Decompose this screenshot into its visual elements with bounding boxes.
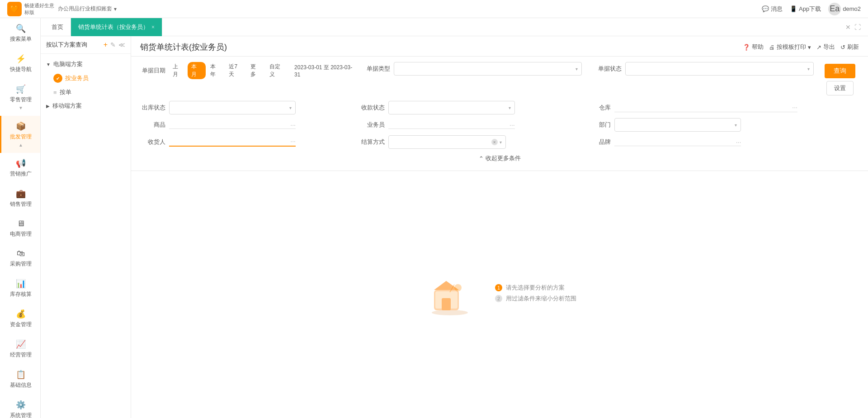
svg-point-0 xyxy=(432,310,468,315)
scheme-by-order[interactable]: ≡ 按单 xyxy=(50,86,131,99)
doc-status-label: 单据状态 xyxy=(596,65,622,73)
sidebar-item-base-info[interactable]: 📋 基础信息 xyxy=(0,364,40,394)
quick-nav-icon: ⚡ xyxy=(16,54,26,64)
sidebar-item-search-menu[interactable]: 🔍 搜索菜单 xyxy=(0,18,40,48)
content-area: 按以下方案查询 + ✎ ≪ ▼ 电脑端方案 ✔ 按业 xyxy=(41,36,868,418)
export-button[interactable]: ↗ 导出 xyxy=(816,43,835,51)
tree-children-desktop: ✔ 按业务员 ≡ 按单 xyxy=(41,71,131,99)
date-label: 单据日期 xyxy=(140,66,165,75)
sidebar-item-wholesale[interactable]: 📦 批发管理 ▲ xyxy=(0,116,40,153)
tree-node-mobile[interactable]: ▶ 移动端方案 xyxy=(41,99,131,113)
print-button[interactable]: 🖨 按模板打印 ▾ xyxy=(769,43,811,51)
payment-select[interactable]: × ▾ xyxy=(388,135,506,149)
out-status-select[interactable]: ▾ xyxy=(169,101,296,114)
date-range: 2023-03-01 至 2023-03-31 xyxy=(294,64,358,78)
tab-close-icon[interactable]: × xyxy=(151,24,155,30)
refresh-icon: ↺ xyxy=(840,44,845,51)
print-icon: 🖨 xyxy=(769,44,775,51)
collapse-filter-button[interactable]: ⌃ 收起更多条件 xyxy=(470,152,530,165)
brand-dots[interactable]: ··· xyxy=(736,138,741,146)
scheme-panel-actions: + ✎ ≪ xyxy=(104,41,125,49)
tree-node-desktop[interactable]: ▼ 电脑端方案 xyxy=(41,57,131,71)
export-icon: ↗ xyxy=(816,44,821,51)
salesperson-dots[interactable]: ··· xyxy=(509,121,515,128)
doc-type-select[interactable]: ▾ xyxy=(394,62,582,76)
top-bar: 🧡 畅捷通好生意 标版 办公用品行业模拟账套 ▾ 💬 消息 📱 App下载 Ea… xyxy=(0,0,868,18)
scheme-badge: ✔ xyxy=(53,74,62,83)
warehouse-dots[interactable]: ··· xyxy=(792,104,797,111)
dept-chevron-icon: ▾ xyxy=(735,123,737,128)
payment-chevron-icon: ▾ xyxy=(500,140,502,145)
message-button[interactable]: 💬 消息 xyxy=(762,5,783,13)
system-icon: ⚙️ xyxy=(16,400,26,410)
scheme-tree: ▼ 电脑端方案 ✔ 按业务员 ≡ 按单 ▶ xyxy=(41,54,131,116)
logo-icon: 🧡 xyxy=(7,2,22,16)
app-download-button[interactable]: 📱 App下载 xyxy=(790,5,821,13)
payment-label: 结算方式 xyxy=(359,138,385,146)
scheme-panel: 按以下方案查询 + ✎ ≪ ▼ 电脑端方案 ✔ 按业 xyxy=(41,36,131,418)
top-bar-right: 💬 消息 📱 App下载 Ea demo2 xyxy=(762,3,861,15)
tab-bar: 首页 销货单统计表（按业务员） × ✕ ⛶ xyxy=(41,18,868,36)
page-title: 销货单统计表(按业务员) xyxy=(140,42,227,52)
collapse-scheme-button[interactable]: ≪ xyxy=(118,41,125,48)
step1-num: 1 xyxy=(495,284,502,291)
sidebar-item-system[interactable]: ⚙️ 系统管理 xyxy=(0,394,40,418)
tab-current[interactable]: 销货单统计表（按业务员） × xyxy=(71,18,162,36)
sidebar-item-quick-nav[interactable]: ⚡ 快捷导航 xyxy=(0,48,40,79)
consignee-dots[interactable]: ··· xyxy=(290,138,296,145)
finance-icon: 💰 xyxy=(16,309,26,319)
payment-clear-icon[interactable]: × xyxy=(491,139,498,145)
marketing-icon: 📢 xyxy=(16,158,26,168)
settings-button[interactable]: 设置 xyxy=(826,81,854,95)
tab-home[interactable]: 首页 xyxy=(44,18,71,36)
empty-text: 1 请先选择要分析的方案 2 用过滤条件来缩小分析范围 xyxy=(495,284,576,305)
date-tab-this-year[interactable]: 本年 xyxy=(207,62,224,79)
scheme-by-salesperson[interactable]: ✔ 按业务员 xyxy=(50,71,131,86)
main-content: 销货单统计表(按业务员) ❓ 帮助 🖨 按模板打印 ▾ ↗ xyxy=(131,36,868,418)
order-icon: ≡ xyxy=(53,89,57,96)
svg-rect-4 xyxy=(442,298,451,310)
collect-status-select[interactable]: ▾ xyxy=(388,101,515,114)
doc-type-label: 单据类型 xyxy=(365,65,390,73)
filter-area: 单据日期 上月 本月 本年 近7天 更多 自定义 20 xyxy=(131,57,868,171)
retail-icon: 🛒 xyxy=(16,84,26,94)
sidebar-item-finance[interactable]: 💰 资金管理 xyxy=(0,304,40,334)
goods-dots[interactable]: ··· xyxy=(290,121,296,128)
date-tab-last-month[interactable]: 上月 xyxy=(169,62,187,79)
date-tab-this-month[interactable]: 本月 xyxy=(188,62,205,79)
sidebar-item-sales[interactable]: 💼 销售管理 xyxy=(0,183,40,214)
salesperson-label: 业务员 xyxy=(359,121,385,129)
dept-select[interactable]: ▾ xyxy=(614,118,741,132)
date-tab-more[interactable]: 更多 xyxy=(247,62,264,79)
refresh-button[interactable]: ↺ 刷新 xyxy=(840,43,859,51)
query-button[interactable]: 查询 xyxy=(825,64,855,78)
maximize-icon[interactable]: ⛶ xyxy=(854,24,861,31)
sidebar-item-ecommerce[interactable]: 🖥 电商管理 xyxy=(0,214,40,243)
date-tab-7days[interactable]: 近7天 xyxy=(225,62,246,79)
account-dropdown[interactable]: 办公用品行业模拟账套 ▾ xyxy=(58,5,117,13)
download-icon: 📱 xyxy=(790,5,797,12)
message-icon: 💬 xyxy=(762,5,769,12)
main-layout: 🔍 搜索菜单 ⚡ 快捷导航 🛒 零售管理 ▼ 📦 批发管理 ▲ 📢 营销推广 💼… xyxy=(0,18,868,418)
chevron-down-icon: ▾ xyxy=(576,66,578,71)
doc-status-select[interactable]: ▾ xyxy=(625,62,814,76)
dept-label: 部门 xyxy=(585,121,611,129)
help-button[interactable]: ❓ 帮助 xyxy=(743,43,764,51)
sidebar: 🔍 搜索菜单 ⚡ 快捷导航 🛒 零售管理 ▼ 📦 批发管理 ▲ 📢 营销推广 💼… xyxy=(0,18,41,418)
sidebar-item-retail[interactable]: 🛒 零售管理 ▼ xyxy=(0,79,40,116)
logo-area: 🧡 畅捷通好生意 标版 xyxy=(7,2,54,16)
scheme-panel-header: 按以下方案查询 + ✎ ≪ xyxy=(41,36,131,54)
sidebar-item-inventory[interactable]: 📊 库存核算 xyxy=(0,273,40,304)
user-menu[interactable]: Ea demo2 xyxy=(828,3,861,15)
sidebar-item-marketing[interactable]: 📢 营销推广 xyxy=(0,153,40,183)
sidebar-item-purchase[interactable]: 🛍 采购管理 xyxy=(0,243,40,273)
page-header: 销货单统计表(按业务员) ❓ 帮助 🖨 按模板打印 ▾ ↗ xyxy=(131,36,868,57)
avatar: Ea xyxy=(828,3,841,15)
close-window-icon[interactable]: ✕ xyxy=(845,24,851,31)
date-tab-custom[interactable]: 自定义 xyxy=(266,62,289,79)
date-tabs: 上月 本月 本年 近7天 更多 自定义 xyxy=(169,62,289,79)
add-scheme-button[interactable]: + xyxy=(104,41,108,49)
empty-state: 1 请先选择要分析的方案 2 用过滤条件来缩小分析范围 xyxy=(131,171,868,418)
sidebar-item-operations[interactable]: 📈 经营管理 xyxy=(0,334,40,364)
edit-scheme-button[interactable]: ✎ xyxy=(110,41,116,48)
